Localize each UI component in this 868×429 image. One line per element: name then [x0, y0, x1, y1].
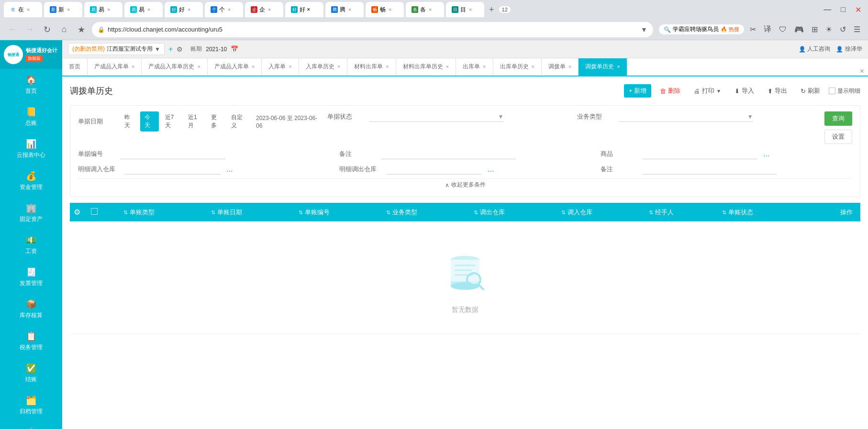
tab-close-12[interactable]: × — [469, 7, 472, 12]
tab-11-close[interactable]: × — [617, 64, 620, 69]
tab-2-close[interactable]: × — [197, 64, 200, 69]
app-tab-home[interactable]: 首页 — [62, 58, 88, 76]
browser-tab-7[interactable]: 企 企 × — [245, 2, 283, 17]
refresh-button[interactable]: ↻ — [40, 23, 54, 36]
th-doc-date[interactable]: ⇅ 单账日期 — [207, 203, 295, 221]
sidebar-item-assets[interactable]: 🏢 固定资产 — [0, 197, 62, 229]
help-link[interactable]: 👤 人工咨询 — [799, 45, 830, 53]
new-button[interactable]: + 新增 — [624, 84, 651, 98]
brightness-tool[interactable]: ☀ — [823, 25, 834, 34]
app-tab-5[interactable]: 入库单历史 × — [299, 58, 347, 76]
docno-input[interactable] — [120, 149, 225, 159]
date-pill-yesterday[interactable]: 昨天 — [120, 111, 138, 132]
th-doc-status[interactable]: ⇅ 单账状态 — [718, 203, 806, 221]
tab-9-close[interactable]: × — [532, 64, 534, 69]
tab-close-3[interactable]: × — [107, 7, 110, 12]
th-doc-no[interactable]: ⇅ 单账编号 — [295, 203, 382, 221]
app-tab-2[interactable]: 产成品入库单历史 × — [142, 58, 207, 76]
sidebar-item-close[interactable]: ✅ 结账 — [0, 357, 62, 389]
browser-tab-6[interactable]: 个 个 × — [205, 2, 243, 17]
tab-5-close[interactable]: × — [337, 64, 340, 69]
tab-close-5[interactable]: × — [188, 7, 190, 12]
org-selector[interactable]: (勿删勿禁用) 江西服宝测试专用 ▼ — [68, 43, 165, 55]
address-expand-icon[interactable]: ▼ — [641, 26, 647, 33]
collapse-button[interactable]: ∧ 收起更多条件 — [78, 178, 852, 191]
th-settings[interactable]: ⚙ — [70, 203, 87, 221]
tab-4-close[interactable]: × — [289, 64, 291, 69]
sidebar-item-reports[interactable]: 📊 云报表中心 — [0, 133, 62, 165]
tab-close-1[interactable]: × — [27, 7, 30, 12]
browser-tab-11[interactable]: 各 各 × — [406, 2, 444, 17]
warehouse-in-input[interactable] — [125, 164, 221, 175]
add-org-button[interactable]: + — [168, 45, 173, 54]
sidebar-item-inventory[interactable]: 📦 库存核算 — [0, 293, 62, 325]
app-tab-9[interactable]: 出库单历史 × — [493, 58, 542, 76]
browser-tab-1[interactable]: 在 在 × — [4, 2, 42, 17]
th-biz-type[interactable]: ⇅ 业务类型 — [382, 203, 470, 221]
print-button[interactable]: 🖨 打印 ▼ — [689, 84, 726, 98]
browser-tab-8[interactable]: 好 好 × — [285, 2, 323, 17]
tab-close-4[interactable]: × — [147, 7, 150, 12]
app-tab-1[interactable]: 产成品入库单 × — [88, 58, 142, 76]
export-button[interactable]: ⬆ 导出 — [763, 84, 792, 98]
window-close[interactable]: ✕ — [852, 5, 864, 14]
calendar-icon[interactable]: 📅 — [231, 45, 238, 53]
tab-close-9[interactable]: × — [348, 7, 351, 12]
sidebar-item-funds[interactable]: 💰 资金管理 — [0, 165, 62, 197]
tab-3-close[interactable]: × — [252, 64, 255, 69]
tab-close-7[interactable]: × — [268, 7, 271, 12]
th-checkbox[interactable] — [87, 203, 120, 221]
app-tab-4[interactable]: 入库单 × — [262, 58, 299, 76]
tab-close-6[interactable]: × — [228, 7, 231, 12]
sidebar-item-home[interactable]: 🏠 首页 — [0, 69, 62, 101]
table-settings-icon[interactable]: ⚙ — [74, 208, 80, 216]
warehouse-out-input[interactable] — [386, 164, 482, 175]
search-pill[interactable]: 🔍 学霸应聘场驱鸟员 🔥 热搜 — [659, 24, 744, 34]
warehouse-out-dots[interactable]: ... — [488, 165, 494, 174]
sidebar-item-ledger[interactable]: 📒 总账 — [0, 101, 62, 133]
remark2-input[interactable] — [643, 164, 777, 175]
goods-input[interactable] — [643, 149, 757, 159]
date-pill-7days[interactable]: 近7天 — [161, 111, 182, 132]
user-info[interactable]: 👤 徐泽华 — [836, 45, 862, 53]
browser-tab-10[interactable]: 畅 畅 × — [366, 2, 404, 17]
bookmark-button[interactable]: ★ — [75, 23, 88, 36]
browser-tab-4[interactable]: 易 易 × — [124, 2, 163, 17]
extension-tool-2[interactable]: 🎮 — [792, 25, 806, 34]
refresh-button-action[interactable]: ↻ 刷新 — [796, 84, 825, 98]
app-tab-11[interactable]: 调拨单历史 × — [579, 58, 627, 76]
window-minimize[interactable]: ― — [821, 5, 834, 14]
status-select[interactable] — [369, 111, 503, 122]
org-settings-icon[interactable]: ⚙ — [177, 45, 183, 53]
tab-6-close[interactable]: × — [386, 64, 389, 69]
remark-input[interactable] — [381, 149, 515, 159]
tab-close-11[interactable]: × — [429, 7, 432, 12]
window-maximize[interactable]: □ — [838, 5, 848, 14]
app-tab-7[interactable]: 材料出库单历史 × — [396, 58, 456, 76]
display-toggle[interactable]: 显示明细 — [829, 87, 860, 95]
sidebar-logo[interactable]: 畅捷通 畅捷通好会计 旗舰版 — [0, 40, 62, 69]
import-button[interactable]: ⬇ 导入 — [730, 84, 759, 98]
date-pill-more[interactable]: 更多 — [207, 111, 225, 132]
browser-tab-12[interactable]: 目 目 × — [446, 2, 484, 17]
back-button[interactable]: ← — [6, 23, 19, 36]
date-pill-today[interactable]: 今天 — [140, 111, 158, 132]
sidebar-item-settings[interactable]: ⚙️ 基础设置 — [0, 421, 62, 429]
app-tab-3[interactable]: 产成品入库单 × — [208, 58, 262, 76]
home-button[interactable]: ⌂ — [57, 23, 71, 36]
sidebar-item-invoices[interactable]: 🧾 发票管理 — [0, 261, 62, 293]
browser-tab-2[interactable]: 新 新 × — [44, 2, 82, 17]
new-tab-button[interactable]: + — [486, 5, 497, 15]
scissor-tool[interactable]: ✂ — [748, 25, 758, 34]
query-button[interactable]: 查询 — [824, 111, 852, 126]
sidebar-item-wages[interactable]: 💵 工资 — [0, 229, 62, 261]
app-tab-6[interactable]: 材料出库单 × — [347, 58, 396, 76]
select-all-checkbox[interactable] — [91, 208, 98, 215]
th-out-warehouse[interactable]: ⇅ 调出仓库 — [470, 203, 557, 221]
tab-close-2[interactable]: × — [67, 7, 70, 12]
tab-8-close[interactable]: × — [483, 64, 486, 69]
grid-tool[interactable]: ⊞ — [810, 25, 820, 34]
tab-close-10[interactable]: × — [389, 7, 391, 12]
sidebar-item-archive[interactable]: 🗂️ 归档管理 — [0, 389, 62, 421]
browser-tab-9[interactable]: 腾 腾 × — [325, 2, 364, 17]
